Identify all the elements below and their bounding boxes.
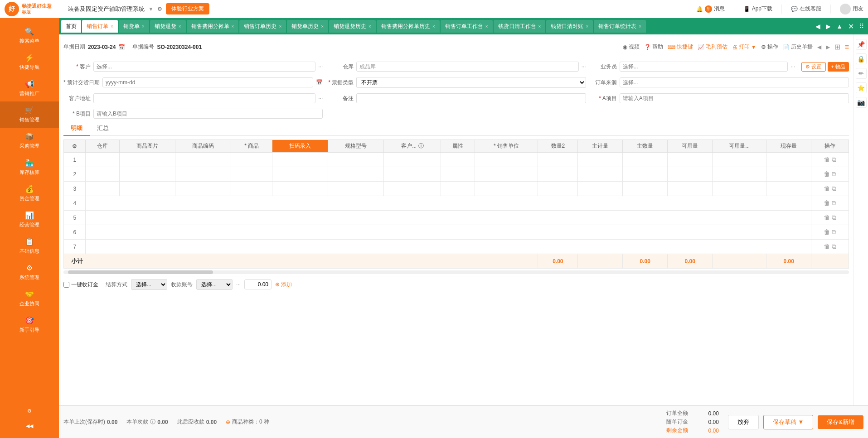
help-action[interactable]: ❓ 帮助: [644, 43, 663, 51]
nav-prev-icon[interactable]: ◀: [817, 44, 821, 50]
tab-daily-account[interactable]: 钱货日清对账 ×: [546, 20, 593, 33]
b-project-input[interactable]: [93, 109, 323, 119]
list-view-icon[interactable]: ≡: [845, 43, 849, 51]
row-1-attr[interactable]: [441, 153, 475, 167]
tab-return-history[interactable]: 销货退货历史 ×: [329, 20, 376, 33]
tab-sales-slip[interactable]: 销货单 ×: [119, 20, 149, 33]
shortcut-action[interactable]: ⌨ 快捷键: [668, 43, 693, 51]
row-6-delete-icon[interactable]: 🗑: [824, 228, 830, 236]
tab-expand-button[interactable]: ▲: [834, 22, 844, 31]
tab-expense-history[interactable]: 销售费用分摊单历史 ×: [377, 20, 440, 33]
tab-daily-account-close[interactable]: ×: [586, 24, 588, 29]
tab-detail[interactable]: 明细: [63, 121, 90, 136]
address-input[interactable]: [93, 93, 315, 103]
row-3-unit[interactable]: [475, 182, 538, 196]
save-new-button[interactable]: 保存&新增: [818, 415, 863, 429]
row-3-qty2[interactable]: [538, 182, 578, 196]
tab-expense-split[interactable]: 销售费用分摊单 ×: [187, 20, 239, 33]
tab-daily-workbench[interactable]: 钱货日清工作台 ×: [494, 20, 546, 33]
warehouse-input[interactable]: [356, 62, 578, 72]
history-action[interactable]: 📄 历史单据: [783, 43, 813, 51]
tab-order-stats-close[interactable]: ×: [639, 24, 641, 29]
row-3-attr[interactable]: [441, 182, 475, 196]
staff-input[interactable]: [620, 62, 788, 72]
row-7-copy-icon[interactable]: ⧉: [832, 243, 836, 250]
online-service-button[interactable]: 💬 在线客服: [791, 5, 821, 13]
system-title-dropdown[interactable]: ▼: [148, 6, 154, 12]
right-panel-pin-button[interactable]: 📌: [856, 39, 867, 50]
tab-order-history[interactable]: 销售订单历史 ×: [239, 20, 286, 33]
right-panel-camera-button[interactable]: 📷: [856, 97, 867, 108]
notice-button[interactable]: 🔔 9 9 消息: [696, 5, 725, 13]
sidebar-item-finance[interactable]: 💰 资金管理: [0, 180, 59, 207]
a-project-input[interactable]: [620, 93, 849, 103]
settings-icon[interactable]: ⚙: [157, 6, 162, 12]
tab-sales-slip-close[interactable]: ×: [142, 24, 145, 29]
save-draft-button[interactable]: 保存草稿 ▼: [763, 415, 814, 429]
sidebar-item-basic[interactable]: 📋 基础信息: [0, 233, 59, 259]
grid-view-icon[interactable]: ⊞: [834, 43, 840, 51]
customer-more-icon[interactable]: ···: [318, 63, 323, 70]
cur-amount-info-icon[interactable]: ⓘ: [150, 418, 155, 426]
row-1-spec[interactable]: [328, 153, 384, 167]
add-payment-button[interactable]: ⊕ 添加: [275, 281, 292, 289]
row-3-code[interactable]: [175, 182, 231, 196]
row-2-customer-code[interactable]: [384, 167, 441, 182]
row-2-main-qty[interactable]: [623, 167, 668, 182]
tab-return-close[interactable]: ×: [179, 24, 181, 29]
row-5-delete-icon[interactable]: 🗑: [824, 214, 830, 221]
address-more-icon[interactable]: ···: [318, 95, 323, 101]
scrollbar-thumb[interactable]: [68, 270, 213, 274]
row-1-qty2[interactable]: [538, 153, 578, 167]
order-source-input[interactable]: [620, 77, 849, 87]
save-draft-dropdown-icon[interactable]: ▼: [798, 419, 804, 425]
horizontal-scrollbar[interactable]: [63, 270, 849, 274]
row-6-copy-icon[interactable]: ⧉: [832, 228, 836, 236]
app-download-button[interactable]: 📱 App下载: [743, 5, 772, 13]
calendar-icon[interactable]: 📅: [118, 44, 125, 50]
tab-sales-order-close[interactable]: ×: [111, 24, 113, 29]
row-1-warehouse[interactable]: [86, 153, 120, 167]
tab-return-history-close[interactable]: ×: [369, 24, 371, 29]
customer-input[interactable]: [93, 62, 315, 72]
tab-expense-history-close[interactable]: ×: [432, 24, 435, 29]
delivery-input[interactable]: [102, 77, 313, 87]
sidebar-item-guide[interactable]: 🎯 新手引导: [0, 312, 59, 338]
tab-order-stats[interactable]: 销售订单统计表 ×: [594, 20, 646, 33]
row-3-product[interactable]: [231, 182, 272, 196]
right-panel-lock-button[interactable]: 🔒: [856, 53, 867, 64]
tab-menu-button[interactable]: ⠿: [858, 22, 866, 31]
video-action[interactable]: ◉ 视频: [623, 43, 640, 51]
row-3-copy-icon[interactable]: ⧉: [832, 185, 836, 193]
row-2-warehouse[interactable]: [86, 167, 120, 182]
row-2-delete-icon[interactable]: 🗑: [824, 170, 830, 178]
tab-home[interactable]: 首页: [61, 20, 81, 33]
sidebar-item-quick[interactable]: ⚡ 快捷导航: [0, 49, 59, 75]
sidebar-item-system[interactable]: ⚙ 系统管理: [0, 259, 59, 285]
remark-input[interactable]: [356, 93, 586, 103]
sidebar-settings-btn[interactable]: ⚙: [0, 404, 59, 419]
calendar2-icon[interactable]: 📅: [316, 79, 323, 86]
row-2-code[interactable]: [175, 167, 231, 182]
tab-order-history-close[interactable]: ×: [279, 24, 281, 29]
row-1-customer-code[interactable]: [384, 153, 441, 167]
tab-sales-order[interactable]: 销售订单 ×: [82, 20, 118, 33]
sidebar-item-sales[interactable]: 🛒 销售管理: [0, 101, 59, 128]
col-settings[interactable]: ⚙: [64, 140, 86, 153]
row-2-copy-icon[interactable]: ⧉: [832, 170, 836, 178]
account-more-icon[interactable]: ···: [236, 281, 241, 288]
row-4-copy-icon[interactable]: ⧉: [832, 199, 836, 207]
row-2-product[interactable]: [231, 167, 272, 182]
nav-next-icon[interactable]: ▶: [826, 44, 830, 50]
sidebar-item-search[interactable]: 🔍 搜索菜单: [0, 23, 59, 49]
tab-close-all-button[interactable]: ✕: [846, 21, 856, 32]
row-3-customer-code[interactable]: [384, 182, 441, 196]
industry-solution-button[interactable]: 体验行业方案: [166, 3, 209, 14]
add-goods-button[interactable]: + 物品: [828, 62, 849, 72]
warehouse-more-icon[interactable]: ···: [582, 63, 586, 70]
tab-expense-split-close[interactable]: ×: [232, 24, 234, 29]
profit-action[interactable]: 📈 毛利预估: [698, 43, 727, 51]
sidebar-item-inventory[interactable]: 🏪 库存核算: [0, 154, 59, 180]
row-3-spec[interactable]: [328, 182, 384, 196]
print-action[interactable]: 🖨 打印 ▼: [732, 43, 756, 51]
